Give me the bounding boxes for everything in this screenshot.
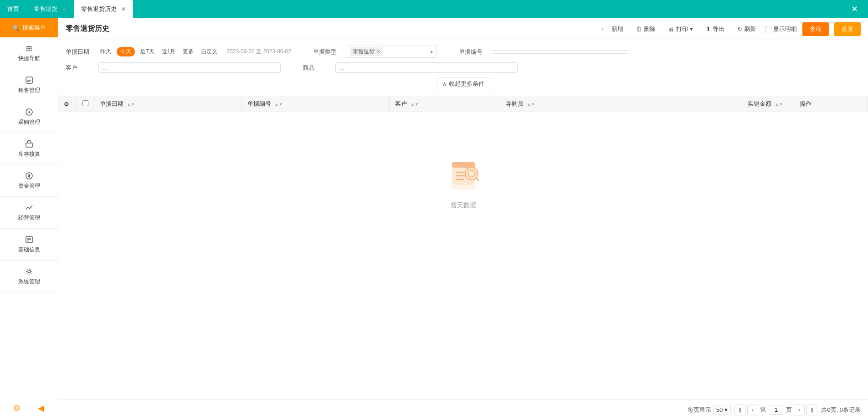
th-customer[interactable]: 客户 ▲▼ (390, 96, 500, 112)
select-all-checkbox[interactable] (82, 100, 88, 106)
amount-sort-icon[interactable]: ▲▼ (775, 102, 783, 107)
export-button[interactable]: ⬆ 导出 (702, 23, 728, 35)
date-opt-custom[interactable]: 自定义 (199, 47, 219, 56)
collapse-button[interactable]: ∧ 收起更多条件 (437, 77, 490, 90)
print-arrow-icon: ▾ (690, 26, 693, 32)
date-sort-icon[interactable]: ▲▼ (127, 102, 135, 107)
th-settings[interactable]: ⚙ (58, 96, 77, 112)
sidebar-item-purchase[interactable]: 采购管理 (0, 101, 58, 133)
guide-sort-icon[interactable]: ▲▼ (527, 102, 535, 107)
sidebar: 🔍 搜索菜单 ⊞ 快捷导航 销售管理 采购管理 库存核算 (0, 18, 58, 420)
customer-sort-icon[interactable]: ▲▼ (411, 102, 419, 107)
date-range-text: 2023-06-02 至 2023-06-02 (226, 48, 291, 56)
sales-icon (25, 76, 34, 85)
show-detail-label: 显示明细 (773, 25, 797, 33)
inventory-icon (25, 139, 34, 149)
table-settings-icon[interactable]: ⚙ (64, 101, 69, 108)
goods-placeholder: ... (339, 64, 344, 71)
empty-icon (441, 149, 486, 194)
sidebar-item-system[interactable]: 系统管理 (0, 261, 58, 292)
sidebar-item-basic-info[interactable]: 基础信息 (0, 229, 58, 261)
date-opt-more[interactable]: 更多 (181, 47, 195, 56)
svg-point-10 (28, 270, 31, 273)
type-select[interactable]: 零售退货 ✕ ▾ (346, 46, 437, 58)
page-suffix: 页 (786, 406, 792, 414)
th-amount[interactable]: 实销金额 ▲▼ (629, 96, 794, 112)
number-sort-icon[interactable]: ▲▼ (275, 102, 283, 107)
th-customer-label: 客户 (395, 100, 407, 107)
show-detail-checkbox[interactable]: 显示明细 (765, 25, 797, 33)
sidebar-item-basic-info-label: 基础信息 (18, 246, 40, 254)
content-area: 零售退货历史 + + 新增 🗑 删除 🖨 打印 ▾ ⬆ 导出 (58, 18, 868, 420)
delete-button[interactable]: 🗑 删除 (632, 23, 659, 35)
refresh-button[interactable]: ↻ 刷新 (734, 23, 760, 35)
th-guide-label: 导购员 (506, 100, 524, 107)
tab-home[interactable]: 首页 (0, 0, 26, 18)
date-opt-today[interactable]: 今天 (117, 47, 135, 56)
sidebar-settings-button[interactable]: ⚙ (10, 401, 24, 415)
print-label: 打印 (676, 25, 688, 33)
purchase-icon (25, 108, 34, 117)
main-layout: 🔍 搜索菜单 ⊞ 快捷导航 销售管理 采购管理 库存核算 (0, 18, 868, 420)
pagination-bar: 每页显示 50 ▾ ⟪ ‹ 第 页 › ⟫ 共0页, 0条记录 (58, 399, 868, 420)
collapse-icon: ∧ (442, 81, 447, 87)
sidebar-item-inventory[interactable]: 库存核算 (0, 133, 58, 165)
checkbox-box[interactable] (765, 26, 771, 32)
date-opt-yesterday[interactable]: 昨天 (98, 47, 113, 56)
sidebar-item-quick-nav[interactable]: ⊞ 快捷导航 (0, 37, 58, 69)
filter-row-2: 客户 ... 商品 ... (66, 62, 861, 73)
sidebar-item-operations[interactable]: 经营管理 (0, 197, 58, 229)
filter-row-1: 单据日期 昨天 今天 近7天 近1月 更多 自定义 2023-06-02 至 2… (66, 46, 861, 58)
first-page-button[interactable]: ⟪ (734, 405, 745, 415)
number-filter-label: 单据编号 (459, 48, 484, 56)
close-window-button[interactable]: ✕ (848, 3, 861, 15)
prev-page-button[interactable]: ‹ (747, 405, 758, 415)
new-button[interactable]: + + 新增 (597, 23, 627, 35)
tab-retail-return-history-close[interactable]: ✕ (121, 6, 126, 12)
empty-state: 暂无数据 (58, 112, 868, 246)
customer-input-wrap[interactable]: ... (98, 62, 281, 73)
date-opt-1month[interactable]: 近1月 (160, 47, 178, 56)
th-guide[interactable]: 导购员 ▲▼ (500, 96, 629, 112)
tab-retail-return-history-label: 零售退货历史 (81, 5, 117, 13)
total-info: 共0页, 0条记录 (821, 406, 861, 414)
page-size-value: 50 (716, 406, 723, 413)
th-number[interactable]: 单据编号 ▲▼ (241, 96, 389, 112)
header-actions: + + 新增 🗑 删除 🖨 打印 ▾ ⬆ 导出 ↻ (597, 22, 861, 36)
tab-retail-return-history[interactable]: 零售退货历史 ✕ (74, 0, 133, 18)
data-table: ⚙ 单据日期 ▲▼ 单据编号 ▲▼ (58, 96, 868, 112)
sidebar-search[interactable]: 🔍 搜索菜单 (0, 18, 58, 37)
page-size-arrow: ▾ (724, 406, 728, 413)
sidebar-bottom: ⚙ ◀ (0, 396, 58, 420)
last-page-button[interactable]: ⟫ (806, 405, 817, 415)
th-checkbox[interactable] (77, 96, 94, 112)
settings-button[interactable]: 设置 (834, 22, 861, 36)
next-page-button[interactable]: › (794, 405, 805, 415)
sidebar-item-purchase-label: 采购管理 (18, 118, 40, 126)
print-button[interactable]: 🖨 打印 ▾ (665, 23, 697, 35)
number-input-wrap[interactable] (492, 50, 628, 54)
type-tag-close[interactable]: ✕ (376, 49, 380, 55)
customer-placeholder: ... (103, 64, 108, 71)
print-icon: 🖨 (668, 26, 674, 32)
th-actions: 操作 (794, 96, 868, 112)
quick-nav-icon: ⊞ (25, 44, 34, 53)
svg-point-11 (450, 184, 477, 190)
date-opt-7days[interactable]: 近7天 (139, 47, 156, 56)
sidebar-item-sales-label: 销售管理 (18, 87, 40, 94)
page-number-input[interactable] (768, 405, 784, 415)
tab-retail-return[interactable]: 零售退货 ✕ (26, 0, 74, 18)
date-filter-label: 单据日期 (66, 48, 91, 56)
empty-text: 暂无数据 (451, 201, 476, 210)
tab-retail-return-close[interactable]: ✕ (62, 6, 67, 12)
th-date-label: 单据日期 (100, 100, 123, 107)
customer-filter-label: 客户 (66, 64, 91, 72)
goods-input-wrap[interactable]: ... (335, 62, 518, 73)
th-date[interactable]: 单据日期 ▲▼ (94, 96, 241, 112)
sidebar-collapse-button[interactable]: ◀ (34, 401, 48, 415)
sidebar-item-quick-nav-label: 快捷导航 (18, 55, 40, 62)
sidebar-item-finance[interactable]: 资金管理 (0, 165, 58, 197)
query-button[interactable]: 查询 (802, 22, 829, 36)
sidebar-item-sales[interactable]: 销售管理 (0, 69, 58, 101)
page-size-dropdown[interactable]: 50 ▾ (713, 405, 731, 415)
